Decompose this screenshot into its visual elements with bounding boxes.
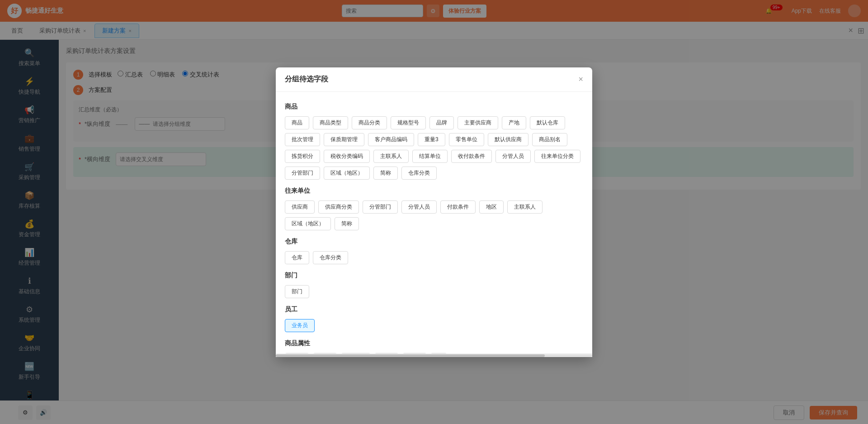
tag-region[interactable]: 地区 <box>479 200 504 214</box>
tag-payment-terms[interactable]: 收付款条件 <box>451 150 492 163</box>
section-counterpart-tags: 供应商 供应商分类 分管部门 分管人员 付款条件 地区 主联系人 区域（地区） … <box>285 200 583 230</box>
tag-supervisor[interactable]: 分管人员 <box>495 150 531 163</box>
section-product-attr-title: 商品属性 <box>285 339 583 348</box>
tag-brand[interactable]: 品牌 <box>429 116 454 129</box>
tag-customer-code[interactable]: 客户商品编码 <box>368 133 414 146</box>
tag-supplier[interactable]: 供应商 <box>285 200 315 214</box>
tag-person-mgmt[interactable]: 分管人员 <box>401 200 437 214</box>
tag-batch-mgmt[interactable]: 批次管理 <box>285 133 320 146</box>
tag-payment-conditions[interactable]: 付款条件 <box>440 200 476 214</box>
tag-default-warehouse[interactable]: 默认仓库 <box>530 116 565 129</box>
section-employee-title: 员工 <box>285 305 583 314</box>
tag-settlement-unit[interactable]: 结算单位 <box>412 150 448 163</box>
tag-dept-mgmt[interactable]: 分管部门 <box>363 200 398 214</box>
tag-shelf-life[interactable]: 保质期管理 <box>324 133 364 146</box>
modal-close-button[interactable]: × <box>578 75 583 83</box>
field-select-modal: 分组待选字段 × 商品 商品 商品类型 商品分类 规格型号 品牌 主要供应商 产… <box>276 67 592 357</box>
tag-main-supplier[interactable]: 主要供应商 <box>458 116 498 129</box>
tag-product-type[interactable]: 商品类型 <box>313 116 348 129</box>
section-product-tags: 商品 商品类型 商品分类 规格型号 品牌 主要供应商 产地 默认仓库 批次管理 … <box>285 116 583 180</box>
modal-body: 商品 商品 商品类型 商品分类 规格型号 品牌 主要供应商 产地 默认仓库 批次… <box>276 92 592 354</box>
tag-supplier-category[interactable]: 供应商分类 <box>318 200 359 214</box>
tag-product-alias[interactable]: 商品别名 <box>532 133 567 146</box>
section-counterpart: 往来单位 供应商 供应商分类 分管部门 分管人员 付款条件 地区 主联系人 区域… <box>285 187 583 230</box>
section-warehouse-tags: 仓库 仓库分类 <box>285 251 583 264</box>
tag-dept-in-charge[interactable]: 分管部门 <box>285 167 320 180</box>
tag-weight[interactable]: 重量3 <box>418 133 445 146</box>
tag-pick-points[interactable]: 拣货积分 <box>285 150 320 163</box>
modal-overlay: 分组待选字段 × 商品 商品 商品类型 商品分类 规格型号 品牌 主要供应商 产… <box>0 0 868 424</box>
tag-product-category[interactable]: 商品分类 <box>352 116 387 129</box>
section-department: 部门 部门 <box>285 272 583 298</box>
section-product-attr: 商品属性 属性 颜色 多规格 尺码 鞋码 1 <box>285 339 583 354</box>
tag-warehouse-category-product[interactable]: 仓库分类 <box>401 167 437 180</box>
tag-spec-model[interactable]: 规格型号 <box>391 116 426 129</box>
tag-main-contact[interactable]: 主联系人 <box>373 150 409 163</box>
tag-salesperson[interactable]: 业务员 <box>285 319 315 332</box>
horizontal-scrollbar[interactable] <box>276 353 592 357</box>
modal-title: 分组待选字段 <box>285 75 328 84</box>
tag-short-name-product[interactable]: 简称 <box>373 167 398 180</box>
tag-origin[interactable]: 产地 <box>502 116 526 129</box>
tag-main-contact-cp[interactable]: 主联系人 <box>507 200 542 214</box>
tag-product[interactable]: 商品 <box>285 116 309 129</box>
tag-region-product[interactable]: 区域（地区） <box>324 167 370 180</box>
tag-department[interactable]: 部门 <box>285 285 309 298</box>
section-department-tags: 部门 <box>285 285 583 298</box>
tag-default-supplier[interactable]: 默认供应商 <box>488 133 528 146</box>
section-warehouse: 仓库 仓库 仓库分类 <box>285 238 583 264</box>
tag-warehouse[interactable]: 仓库 <box>285 251 309 264</box>
tag-short-name-cp[interactable]: 简称 <box>335 217 359 230</box>
section-warehouse-title: 仓库 <box>285 238 583 246</box>
section-employee: 员工 业务员 <box>285 305 583 332</box>
section-product: 商品 商品 商品类型 商品分类 规格型号 品牌 主要供应商 产地 默认仓库 批次… <box>285 103 583 180</box>
tag-tax-code[interactable]: 税收分类编码 <box>324 150 370 163</box>
section-counterpart-title: 往来单位 <box>285 187 583 195</box>
section-product-title: 商品 <box>285 103 583 111</box>
tag-counterpart-category[interactable]: 往来单位分类 <box>534 150 580 163</box>
tag-area-region[interactable]: 区域（地区） <box>285 217 331 230</box>
section-department-title: 部门 <box>285 272 583 280</box>
section-employee-tags: 业务员 <box>285 319 583 332</box>
tag-warehouse-category[interactable]: 仓库分类 <box>313 251 348 264</box>
tag-retail-unit[interactable]: 零售单位 <box>449 133 484 146</box>
modal-header: 分组待选字段 × <box>276 67 592 92</box>
